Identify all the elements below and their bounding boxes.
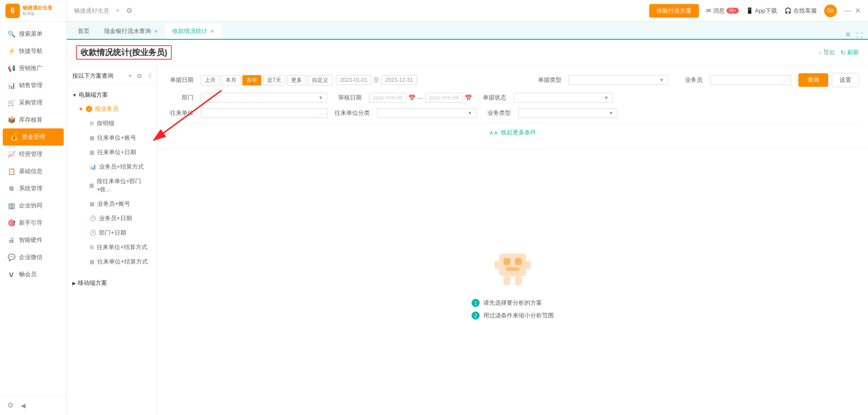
- svg-rect-2: [515, 258, 522, 265]
- calendar-from-icon[interactable]: 📅: [408, 94, 415, 101]
- plan-item-detail-label: 按明细: [97, 119, 114, 127]
- plan-item-partner-settlement2[interactable]: ▦ 往来单位+结算方式: [67, 255, 157, 269]
- collapse-bar[interactable]: ∧∧ 收起更多条件: [166, 123, 859, 141]
- tab-home-label: 首页: [78, 27, 90, 35]
- plan-item-partner-account[interactable]: ▦ 往来单位+账号: [67, 131, 157, 145]
- review-date-range: yyyy-mm-dd 📅 — yyyy-mm-dd 📅: [369, 93, 472, 103]
- sidebar-item-system[interactable]: ⚙ 系统管理: [0, 180, 66, 197]
- add-plan-icon[interactable]: ＋: [127, 71, 134, 80]
- collapse-panel-icon[interactable]: 《: [145, 72, 151, 80]
- sidebar-item-search-label: 搜索菜单: [19, 30, 42, 38]
- app-download-btn[interactable]: 📱 App下载: [746, 7, 777, 15]
- collapse-sidebar-icon[interactable]: ◀: [21, 402, 26, 409]
- plan-item-salesman-account[interactable]: ▦ 业务员+账号: [67, 197, 157, 211]
- sidebar-item-search[interactable]: 🔍 搜索菜单: [0, 25, 66, 42]
- date-to[interactable]: 2023-12-31: [381, 75, 417, 85]
- plan-item-salesman-date[interactable]: 🕐 业务员+日期: [67, 211, 157, 226]
- plan-item-partner-dept-label: 按往来单位+部门+收...: [97, 177, 151, 193]
- dept-select[interactable]: ▼: [201, 93, 327, 103]
- sidebar-item-baseinfo[interactable]: 📋 基础信息: [0, 163, 66, 180]
- page-header: 收款情况统计(按业务员) ↑ 导出 ↻ 刷新: [67, 40, 868, 66]
- plan-item-by-detail[interactable]: ⊞ 按明细: [67, 116, 157, 131]
- plan-item-dept-date[interactable]: 🕐 部门+日期: [67, 226, 157, 240]
- export-btn[interactable]: ↑ 导出: [819, 48, 835, 57]
- tip-text-1: 请先选择要分析的方案: [483, 299, 542, 307]
- minimize-icon[interactable]: —: [844, 7, 851, 15]
- date-btn-last-month[interactable]: 上月: [201, 75, 220, 85]
- sidebar-item-smarthw[interactable]: 🖨 智能硬件: [0, 231, 66, 249]
- online-service-btn[interactable]: 🎧 在线客服: [784, 7, 817, 15]
- refresh-btn[interactable]: ↻ 刷新: [840, 48, 859, 57]
- sidebar-item-enterprise[interactable]: 🏢 企业协同: [0, 197, 66, 214]
- svg-rect-7: [515, 276, 522, 285]
- calendar-to-icon[interactable]: 📅: [465, 94, 472, 101]
- date-btn-this-month[interactable]: 本月: [222, 75, 241, 85]
- sidebar-item-smarthw-label: 智能硬件: [19, 236, 42, 244]
- biz-type-select[interactable]: ▼: [518, 108, 618, 118]
- tab-bank-flow[interactable]: 现金银行流水查询 ✕: [97, 24, 165, 39]
- review-date-label: 审核日期: [335, 94, 362, 102]
- biz-type-arrow: ▼: [609, 110, 613, 116]
- plan-item-partner-dept[interactable]: ▦ 按往来单位+部门+收...: [67, 174, 157, 197]
- sidebar-item-quicknav[interactable]: ⚡ 快捷导航: [0, 42, 66, 60]
- biz-type-label: 业务类型: [484, 109, 511, 117]
- grid-icon: ⊞: [90, 120, 94, 127]
- user-avatar[interactable]: Rit: [824, 5, 837, 17]
- review-date-from[interactable]: yyyy-mm-dd: [369, 93, 406, 103]
- date-from[interactable]: 2023-01-01: [336, 75, 372, 85]
- topbar-gear[interactable]: ⚙: [126, 6, 132, 15]
- plan-item-by-salesman[interactable]: 人 按业务员: [67, 102, 157, 116]
- mobile-section-header[interactable]: ▶ 移动端方案: [67, 276, 157, 290]
- set-btn[interactable]: 设置: [832, 73, 859, 87]
- mobile-section-arrow: ▶: [72, 281, 76, 286]
- table4-icon: ▦: [90, 201, 94, 207]
- tab-collection-stats[interactable]: 收款情况统计 ✕: [165, 24, 222, 39]
- tab-bank-flow-label: 现金银行流水查询: [104, 27, 151, 35]
- sidebar-item-member[interactable]: V 畅会员: [0, 266, 66, 283]
- sidebar-item-member-label: 畅会员: [19, 270, 37, 278]
- sidebar-item-inventory[interactable]: 📦 库存核算: [0, 111, 66, 128]
- pc-section-arrow: ▼: [72, 93, 77, 98]
- empty-tips: 1 请先选择要分析的方案 2 用过滤条件来缩小分析范围: [472, 299, 554, 320]
- message-btn[interactable]: ✉ 消息 99+: [706, 7, 739, 15]
- pc-section-header[interactable]: ▼ 电脑端方案: [67, 88, 157, 102]
- date-btn-7days[interactable]: 近7天: [263, 75, 285, 85]
- doc-status-select[interactable]: ▼: [514, 93, 613, 103]
- maximize-tab[interactable]: ⛶: [854, 32, 864, 39]
- review-date-to[interactable]: yyyy-mm-dd: [425, 93, 462, 103]
- doc-type-select[interactable]: ▼: [569, 75, 668, 85]
- tab-collection-stats-close[interactable]: ✕: [210, 28, 214, 34]
- svg-rect-4: [495, 260, 499, 269]
- smarthw-icon: 🖨: [7, 236, 15, 244]
- sidebar-item-marketing[interactable]: 📢 营销推广: [0, 60, 66, 77]
- sidebar-item-sales[interactable]: 📊 销售管理: [0, 77, 66, 94]
- settings-icon[interactable]: ⚙: [7, 401, 14, 410]
- sidebar-item-operation-label: 经营管理: [19, 150, 42, 158]
- active-dot: [80, 108, 82, 110]
- tab-home[interactable]: 首页: [71, 24, 97, 39]
- plan-item-partner-settlement1[interactable]: ⊞ 往来单位+结算方式: [67, 240, 157, 255]
- sidebar-item-guide[interactable]: 🎯 新手引导: [0, 214, 66, 231]
- tab-bank-flow-close[interactable]: ✕: [154, 28, 158, 34]
- query-btn[interactable]: 查询: [798, 73, 828, 87]
- sidebar-item-wechat[interactable]: 💬 企业微信: [0, 249, 66, 266]
- date-btn-custom[interactable]: 自定义: [308, 75, 332, 85]
- sidebar-item-finance[interactable]: 💰 资金管理: [3, 128, 64, 146]
- topbar: 畅捷通好生意 ▼ ⚙ 体验行业方案 ✉ 消息 99+ 📱 App下载 🎧 在线客…: [67, 0, 868, 22]
- date-btn-more[interactable]: 更多: [287, 75, 306, 85]
- close-all-tabs[interactable]: ✕: [841, 30, 854, 39]
- date-btn-this-year[interactable]: 本年: [242, 75, 261, 85]
- plan-item-partner-date[interactable]: ▦ 往来单位+日期: [67, 145, 157, 160]
- plan-item-salesman-date-label: 业务员+日期: [99, 214, 132, 222]
- marketing-icon: 📢: [7, 64, 15, 72]
- sidebar-item-operation[interactable]: 📈 经营管理: [0, 146, 66, 163]
- svg-rect-3: [506, 267, 519, 271]
- partner-class-select[interactable]: ▼: [377, 108, 476, 118]
- partner-select[interactable]: …: [201, 108, 327, 118]
- salesman-select[interactable]: …: [710, 75, 791, 85]
- close-icon[interactable]: ✕: [855, 6, 861, 15]
- sidebar-item-purchase[interactable]: 🛒 采购管理: [0, 94, 66, 111]
- settings-plan-icon[interactable]: ⚙: [137, 72, 142, 80]
- plan-item-salesman-settlement[interactable]: 📊 业务员+结算方式: [67, 160, 157, 174]
- trial-btn[interactable]: 体验行业方案: [649, 4, 699, 18]
